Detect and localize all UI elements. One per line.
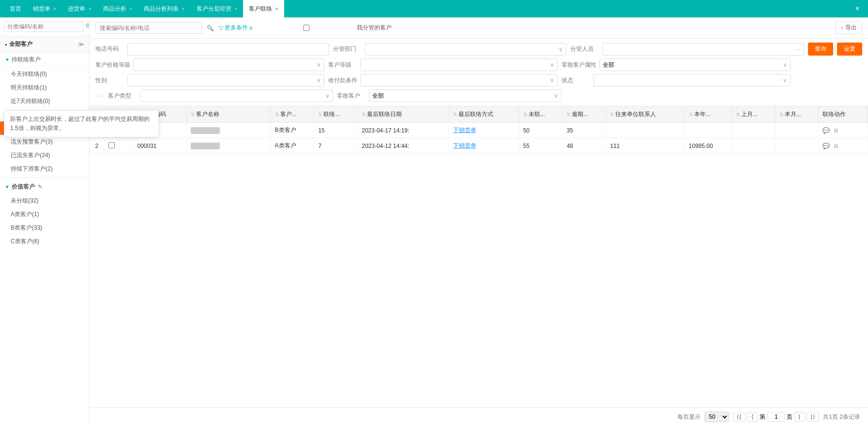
close-customer-contact-icon[interactable]: × [275,6,278,12]
sidebar-item-7days[interactable]: 近7天待联络(0) [0,94,89,108]
sidebar-search-icon[interactable]: 🔍 [85,23,90,30]
settings-button[interactable]: 设置 [837,43,862,56]
gender-select[interactable]: ∨ [127,74,324,87]
dept-select[interactable]: ∨ [365,43,567,56]
nav-customer-layered[interactable]: 客户分层经营 × [191,0,243,17]
col-this-year[interactable]: 本年... [685,106,731,123]
search-input[interactable] [95,22,202,34]
nav-purchase-order[interactable]: 进货单 × [62,0,97,17]
col-unit-contact[interactable]: 往来单位联系人 [606,106,685,123]
row2-code: 000031 [133,138,186,154]
triangle-down-icon: ▼ [5,57,10,62]
expand-icon[interactable]: ▪ [5,41,7,48]
row2-checkbox[interactable] [108,142,115,148]
per-page-select[interactable]: 50 20 100 [704,411,729,422]
value-customer-group[interactable]: ▼ 价值客户 ✎ [0,180,89,194]
row2-last-contact-method: 下销货单 [449,138,519,154]
manager-select[interactable]: ··· [602,43,804,56]
row1-name-blurred [191,127,220,134]
col-contact[interactable]: 联络... [314,106,358,123]
row1-action-icon2[interactable]: ⊞ [834,127,838,134]
status-chevron-icon: ∨ [783,77,787,84]
first-page-button[interactable]: ⟨⟨ [733,412,746,422]
next-page-button[interactable]: ⟩ [794,412,805,422]
close-sales-order-icon[interactable]: × [53,6,56,12]
sidebar-item-keep-declining[interactable]: 持续下滑客户(2) [0,162,89,176]
col-name[interactable]: 客户名称 [186,106,271,123]
row1-action-icon1[interactable]: 💬 [822,127,830,134]
phone-input[interactable] [127,43,329,56]
retail-customer-field: 零散客户 全部 ∨ [337,89,562,102]
nav-home[interactable]: 首页 [4,0,27,17]
row2-action-icon2[interactable]: ⊞ [834,143,838,149]
collapse-right-icon[interactable]: ≫ [78,41,84,48]
row2-action-icon1[interactable]: 💬 [822,143,830,149]
nav-customer-contact[interactable]: 客户联络 × [243,0,284,17]
col-last-contact-date[interactable]: 最后联络日期 [358,106,449,123]
prev-page-button[interactable]: ⟨ [747,412,758,422]
query-button[interactable]: 查询 [808,43,833,56]
all-customers-header[interactable]: ▪ 全部客户 ≫ [0,36,89,53]
top-nav: 首页 销货单 × 进货单 × 商品分析 × 商品分析列表 × 客户分层经营 × … [0,0,868,17]
nav-product-analysis[interactable]: 商品分析 × [97,0,138,17]
filter-bar: 🔍 ▽ 更多条件 ∧ 我分管的客户 ↑ 导出 [90,17,868,39]
sidebar-item-b-class[interactable]: B类客户(33) [0,221,89,235]
status-select[interactable]: ∨ [594,74,791,87]
row2-this-year: 10995.00 [685,138,731,154]
nav-product-analysis-list[interactable]: 商品分析列表 × [138,0,190,17]
col-category[interactable]: 客户... [271,106,314,123]
retail-attr-select[interactable]: 全部 ∨ [599,59,791,71]
gender-chevron-icon: ∨ [317,77,321,84]
row1-last-contact-link[interactable]: 下销货单 [453,127,476,133]
retail-customer-select[interactable]: 全部 ∨ [369,89,562,102]
sidebar-item-tomorrow[interactable]: 明天待联络(1) [0,81,89,94]
pending-contact-group[interactable]: ▼ 待联络客户 [0,53,89,67]
sidebar-item-already-lost[interactable]: 已流失客户(24) [0,148,89,162]
status-field: 状态 ∨ [562,74,791,87]
retail-customer-chevron-icon: ∨ [554,92,558,99]
more-conditions-button[interactable]: ▽ 更多条件 ∧ [219,24,253,32]
col-last-contact-method[interactable]: 最后联络方式 [449,106,519,123]
close-purchase-order-icon[interactable]: × [88,6,91,12]
payment-chevron-icon: ∨ [550,77,554,84]
customer-type-select[interactable]: ∨ [140,89,333,102]
price-grade-select[interactable]: ∨ [133,59,324,71]
sidebar-item-unclassified[interactable]: 未分组(32) [0,194,89,207]
my-customer-checkbox[interactable] [258,25,355,31]
content-area: 🔍 ▽ 更多条件 ∧ 我分管的客户 ↑ 导出 电话号码 [90,17,868,426]
row1-name [186,123,271,138]
sidebar-item-c-class[interactable]: C类客户(6) [0,235,89,248]
last-page-button[interactable]: ⟩⟩ [807,412,819,422]
col-last-month[interactable]: 上月... [731,106,775,123]
sidebar: 🔍 ▪ 全部客户 ≫ ▼ 待联络客户 今天待联络(0) 明天待联络(1) 近7天… [0,17,90,426]
row2-last-contact-link[interactable]: 下销货单 [453,142,476,149]
sidebar-item-today[interactable]: 今天待联络(0) [0,67,89,81]
row1-category: B类客户 [271,123,314,138]
close-product-analysis-list-icon[interactable]: × [182,6,184,12]
nav-sales-order[interactable]: 销货单 × [27,0,62,17]
sidebar-search-input[interactable] [4,21,83,32]
row2-this-month [775,138,819,154]
edit-icon[interactable]: ✎ [38,184,42,190]
page-nav: ⟨⟨ ⟨ 第 页 ⟩ ⟩⟩ [733,412,819,422]
close-product-analysis-icon[interactable]: × [129,6,132,12]
row2-no-contact: 55 [519,138,563,154]
more-dots[interactable]: ··· [95,92,104,99]
page-number-input[interactable] [767,412,785,422]
window-close-button[interactable]: × [851,2,864,15]
row2-actions: 💬 ⊞ [819,138,868,154]
col-overdue[interactable]: 逾期... [563,106,606,123]
col-this-month[interactable]: 本月... [775,106,819,123]
customer-grade-select[interactable]: ∨ [360,59,557,71]
sidebar-item-a-class[interactable]: A类客户(1) [0,207,89,221]
close-customer-layered-icon[interactable]: × [234,6,237,12]
sidebar-divider [0,177,89,178]
filter-search-button[interactable]: 🔍 [207,25,214,31]
retail-attr-chevron-icon: ∨ [783,61,787,68]
col-no-contact[interactable]: 未联... [519,106,563,123]
row2-last-contact-date: 2023-04-12 14:44: [358,138,449,154]
payment-select[interactable]: ∨ [360,74,557,87]
row2-num: 2 [90,138,104,154]
row1-this-month [775,123,819,138]
export-button[interactable]: ↑ 导出 [835,21,862,34]
